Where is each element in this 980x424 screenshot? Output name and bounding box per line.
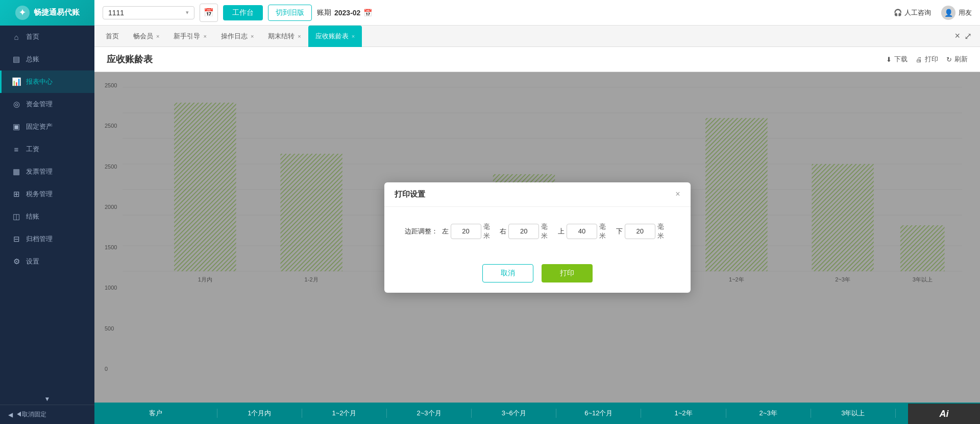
- tab-ar-aging[interactable]: 应收账龄表 ×: [308, 26, 362, 47]
- sidebar-item-invoice[interactable]: ▦ 发票管理: [0, 160, 94, 183]
- funds-icon: ◎: [12, 100, 21, 109]
- col-1month: 1个月内: [217, 409, 302, 418]
- left-unit: 毫米: [483, 222, 492, 241]
- workbench-button[interactable]: 工作台: [223, 5, 263, 20]
- sidebar-item-ledger[interactable]: ▤ 总账: [0, 48, 94, 70]
- tab-home-label: 首页: [106, 32, 119, 41]
- tab-guide[interactable]: 新手引导 ×: [166, 26, 213, 47]
- sidebar-item-home[interactable]: ⌂ 首页: [0, 26, 94, 48]
- account-period-calendar-icon[interactable]: 📅: [363, 9, 372, 17]
- sidebar-item-settings[interactable]: ⚙ 设置: [0, 250, 94, 273]
- ai-watermark: Ai: [908, 404, 980, 424]
- sidebar-item-salary[interactable]: ≡ 工资: [0, 138, 94, 160]
- user-avatar: 👤: [941, 6, 955, 20]
- logo-text: 畅捷通易代账: [34, 8, 80, 17]
- support-link[interactable]: 🎧 人工咨询: [894, 8, 931, 17]
- invoice-icon: ▦: [12, 167, 21, 176]
- download-button[interactable]: ⬇ 下载: [886, 55, 908, 64]
- archive-icon: ⊟: [12, 234, 21, 244]
- tab-oplog-close[interactable]: ×: [251, 33, 254, 39]
- sidebar-item-label-invoice: 发票管理: [26, 167, 53, 176]
- left-margin-group: 左 毫米: [442, 222, 492, 241]
- tab-oplog-label: 操作日志: [221, 32, 248, 41]
- col-3year-plus: 3年以上: [811, 409, 896, 418]
- page-content: 应收账龄表 ⬇ 下载 🖨 打印 ↻ 刷新: [94, 47, 980, 424]
- tab-guide-label: 新手引导: [174, 32, 200, 41]
- print-button[interactable]: 🖨 打印: [916, 55, 938, 64]
- right-label: 右: [500, 227, 506, 236]
- tab-member-close[interactable]: ×: [156, 33, 159, 39]
- sidebar-item-archive[interactable]: ⊟ 归档管理: [0, 228, 94, 250]
- sidebar-item-assets[interactable]: ▣ 固定资产: [0, 115, 94, 138]
- tabs-bar: 首页 畅会员 × 新手引导 × 操作日志 × 期末结转 ×: [94, 26, 980, 47]
- salary-icon: ≡: [12, 145, 21, 154]
- refresh-button[interactable]: ↻ 刷新: [946, 55, 968, 64]
- tabs-window-controls: × ⤢: [954, 31, 976, 42]
- ai-watermark-text: Ai: [940, 409, 949, 419]
- tab-period-end[interactable]: 期末结转 ×: [261, 26, 308, 47]
- top-label: 上: [558, 227, 565, 236]
- bottom-label: 下: [616, 227, 623, 236]
- top-margin-input[interactable]: [567, 224, 597, 239]
- right-unit: 毫米: [541, 222, 550, 241]
- sidebar-item-reports[interactable]: 📊 报表中心: [0, 70, 94, 93]
- left-margin-input[interactable]: [451, 224, 481, 239]
- tab-oplog[interactable]: 操作日志 ×: [214, 26, 261, 47]
- settlement-icon: ◫: [12, 212, 21, 221]
- modal-close-button[interactable]: ×: [675, 190, 680, 199]
- sidebar-item-tax[interactable]: ⊞ 税务管理: [0, 183, 94, 205]
- refresh-label: 刷新: [954, 55, 968, 64]
- window-expand-button[interactable]: ⤢: [964, 31, 972, 42]
- sidebar-item-settlement[interactable]: ◫ 结账: [0, 205, 94, 228]
- reports-icon: 📊: [12, 77, 21, 86]
- tab-ar-aging-close[interactable]: ×: [352, 33, 355, 39]
- home-icon: ⌂: [12, 33, 21, 41]
- settings-icon: ⚙: [12, 257, 21, 266]
- modal-overlay: 打印设置 × 边距调整： 左 毫米: [94, 72, 980, 403]
- sidebar-item-label-funds: 资金管理: [26, 100, 53, 109]
- col-2-3month: 2~3个月: [387, 409, 472, 418]
- tab-guide-close[interactable]: ×: [203, 33, 206, 39]
- col-1-2year: 1~2年: [641, 409, 726, 418]
- sidebar-scroll-down[interactable]: ▼: [0, 393, 94, 405]
- user-icon: 👤: [944, 9, 953, 17]
- print-confirm-button[interactable]: 打印: [542, 264, 593, 282]
- bottom-unit: 毫米: [657, 222, 666, 241]
- top-margin-group: 上 毫米: [558, 222, 608, 241]
- company-name: 1111: [108, 9, 183, 17]
- sidebar-footer-label: ◀取消固定: [16, 410, 46, 419]
- account-period-label: 账期: [317, 8, 331, 17]
- bottom-margin-input[interactable]: [625, 224, 655, 239]
- bottom-table-header: 客户 1个月内 1~2个月 2~3个月 3~6个月 6~12个月 1~2年 2~…: [94, 403, 980, 424]
- tab-period-end-label: 期末结转: [268, 32, 295, 41]
- tab-ar-aging-label: 应收账龄表: [315, 32, 349, 41]
- calendar-icon: 📅: [204, 8, 214, 17]
- sidebar-item-label-settlement: 结账: [26, 212, 39, 221]
- download-icon: ⬇: [886, 56, 892, 63]
- switch-version-button[interactable]: 切到旧版: [268, 5, 312, 21]
- tab-period-end-close[interactable]: ×: [298, 33, 301, 39]
- right-margin-input[interactable]: [508, 224, 539, 239]
- page-header: 应收账龄表 ⬇ 下载 🖨 打印 ↻ 刷新: [94, 47, 980, 72]
- print-settings-dialog: 打印设置 × 边距调整： 左 毫米: [384, 182, 691, 293]
- window-close-button[interactable]: ×: [954, 31, 960, 41]
- user-area[interactable]: 👤 用友: [941, 6, 972, 20]
- headset-icon: 🎧: [894, 9, 902, 16]
- sidebar-item-label-ledger: 总账: [26, 55, 39, 64]
- tab-member[interactable]: 畅会员 ×: [126, 26, 166, 47]
- cancel-button[interactable]: 取消: [482, 264, 533, 282]
- col-6-12month: 6~12个月: [556, 409, 641, 418]
- page-actions: ⬇ 下载 🖨 打印 ↻ 刷新: [886, 55, 968, 64]
- sidebar-item-label-archive: 归档管理: [26, 234, 53, 244]
- app-logo: ✦ 畅捷通易代账: [0, 0, 94, 26]
- sidebar-item-label-assets: 固定资产: [26, 122, 53, 131]
- company-selector[interactable]: 1111 ▾: [103, 6, 194, 19]
- tab-home[interactable]: 首页: [99, 26, 126, 47]
- refresh-icon: ↻: [946, 56, 952, 63]
- modal-body: 边距调整： 左 毫米 右 毫米: [384, 207, 691, 256]
- sidebar-item-funds[interactable]: ◎ 资金管理: [0, 93, 94, 115]
- calendar-icon-btn[interactable]: 📅: [200, 4, 218, 22]
- sidebar-pin-toggle[interactable]: ◀ ◀取消固定: [0, 405, 94, 424]
- margin-settings-row: 边距调整： 左 毫米 右 毫米: [405, 222, 670, 241]
- col-3-6month: 3~6个月: [472, 409, 556, 418]
